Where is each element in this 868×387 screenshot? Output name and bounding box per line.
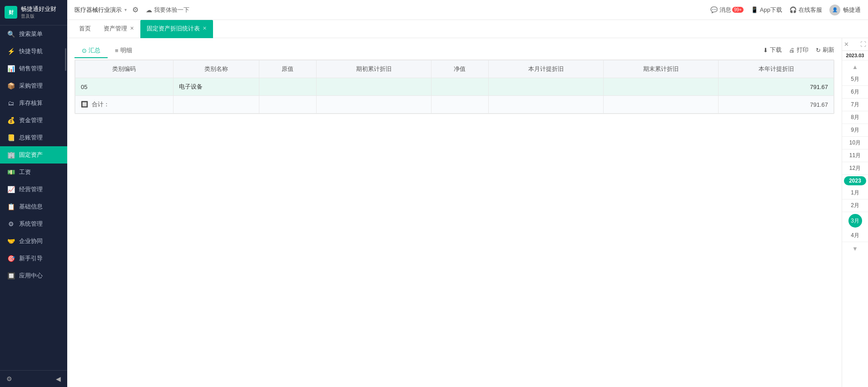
company-chevron-icon[interactable]: ▾ [124,7,127,12]
sidebar-item-label: 系统管理 [19,220,43,228]
col-ending-accum: 期末累计折旧 [604,60,719,78]
date-item-6[interactable]: 6月 [842,86,868,99]
sidebar-item-salary[interactable]: 💵 工资 [0,164,67,181]
system-icon: ⚙ [6,220,15,228]
tab-depreciation-close-icon[interactable]: ✕ [203,25,207,31]
col-initial-accum: 期初累计折旧 [316,60,431,78]
date-scroll-down-icon[interactable]: ▼ [851,244,860,253]
experience-label: 我要体验一下 [154,6,189,14]
app-download-btn[interactable]: 📱 App下载 [751,6,782,14]
message-btn[interactable]: 💬 消息 99+ [710,6,744,14]
tab-asset-label: 资产管理 [104,25,127,33]
sub-tab-summary-label: 汇总 [89,46,100,55]
collab-icon: 🤝 [6,238,15,245]
date-item-8[interactable]: 8月 [842,111,868,124]
sidebar-item-label: 新手引导 [19,254,43,263]
sidebar-item-system[interactable]: ⚙ 系统管理 [0,215,67,233]
date-item-10[interactable]: 10月 [842,137,868,149]
date-item-11[interactable]: 11月 [842,149,868,162]
date-scroll-up-icon[interactable]: ▲ [851,62,860,71]
sidebar-item-label: 采购管理 [19,82,43,90]
total-net [432,96,489,114]
detail-icon: ≡ [115,47,119,54]
refresh-btn[interactable]: ↻ 刷新 [816,46,834,54]
sidebar-item-purchase[interactable]: 📦 采购管理 [0,77,67,94]
online-service-label: 在线客服 [799,6,822,14]
message-badge: 99+ [732,7,744,13]
date-panel-expand-icon[interactable]: ⛶ [860,41,866,48]
sidebar-item-operations[interactable]: 📈 经营管理 [0,181,67,198]
footer-collapse-icon[interactable]: ◀ [56,375,61,382]
tab-home[interactable]: 首页 [73,20,97,38]
date-item-3-current[interactable]: 3月 [848,214,862,228]
sidebar-header: 财 畅捷通好业财 普及版 [0,0,67,25]
tab-depreciation-table[interactable]: 固定资产折旧统计表 ✕ [140,20,213,38]
total-annual: 791.67 [719,96,834,114]
experience-btn[interactable]: ☁ 我要体验一下 [146,6,189,14]
sidebar-item-ledger[interactable]: 📒 总账管理 [0,129,67,146]
tab-asset-close-icon[interactable]: ✕ [130,25,134,31]
row-net [432,78,489,96]
sidebar-item-funds[interactable]: 💰 资金管理 [0,112,67,129]
refresh-icon: ↻ [816,47,821,54]
sidebar-item-label: 总账管理 [19,134,43,142]
sidebar-item-label: 快捷导航 [19,47,43,55]
topbar: 医疗器械行业演示 ▾ ⚙ ☁ 我要体验一下 💬 消息 99+ 📱 App下载 🎧… [67,0,868,20]
quicknav-icon: ⚡ [6,48,15,55]
date-current-month-wrapper: 3月 [842,212,868,229]
sidebar-item-search[interactable]: 🔍 搜索菜单 [0,25,67,43]
row-annual: 791.67 [719,78,834,96]
sidebar-item-label: 库存核算 [19,99,43,107]
print-label: 打印 [797,46,808,54]
year-badge[interactable]: 2023 [844,176,866,185]
total-text: 合计： [92,101,109,108]
main-area: 医疗器械行业演示 ▾ ⚙ ☁ 我要体验一下 💬 消息 99+ 📱 App下载 🎧… [67,0,868,387]
print-icon: 🖨 [789,47,795,54]
total-name [173,96,259,114]
download-btn[interactable]: ⬇ 下载 [763,46,782,54]
settings-gear-icon[interactable]: ⚙ [132,5,139,14]
sub-tab-detail[interactable]: ≡ 明细 [108,44,139,58]
sidebar-item-app-center[interactable]: 🔲 应用中心 [0,267,67,284]
sidebar-item-basic-info[interactable]: 📋 基础信息 [0,198,67,215]
date-item-7[interactable]: 7月 [842,99,868,111]
date-item-9[interactable]: 9月 [842,124,868,137]
col-name: 类别名称 [173,60,259,78]
app-logo: 财 [5,6,17,19]
basic-info-icon: 📋 [6,203,15,210]
sidebar-item-inventory[interactable]: 🗂 库存核算 [0,94,67,112]
date-item-2[interactable]: 2月 [842,199,868,212]
sidebar-item-quicknav[interactable]: ⚡ 快捷导航 [0,43,67,60]
download-toolbar-icon: ⬇ [763,47,768,54]
total-row: 🔲 合计： 791.67 [75,96,834,114]
user-area[interactable]: 👤 畅捷通 [829,5,861,15]
sidebar-item-fixed-assets[interactable]: 🏢 固定资产 [0,146,67,164]
date-item-12[interactable]: 12月 [842,162,868,175]
app-info: 畅捷通好业财 普及版 [21,5,56,20]
footer-settings-icon[interactable]: ⚙ [6,375,12,382]
main-content: ⊙ 汇总 ≡ 明细 ⬇ 下载 🖨 打印 [67,38,842,387]
funds-icon: 💰 [6,117,15,124]
salary-icon: 💵 [6,169,15,176]
sub-tab-summary[interactable]: ⊙ 汇总 [74,44,108,58]
sidebar-item-guide[interactable]: 🎯 新手引导 [0,250,67,267]
sidebar-item-label: 固定资产 [19,151,43,159]
summary-icon: ⊙ [82,47,87,54]
date-item-1[interactable]: 1月 [842,187,868,199]
fixed-assets-icon: 🏢 [6,151,15,159]
topbar-right: 💬 消息 99+ 📱 App下载 🎧 在线客服 👤 畅捷通 [710,5,861,15]
download-label: 下载 [770,46,782,54]
sidebar-item-label: 基础信息 [19,203,43,211]
date-panel-close-icon[interactable]: ✕ [844,41,849,48]
sidebar-item-sales[interactable]: 📊 销售管理 [0,60,67,77]
date-item-5[interactable]: 5月 [842,73,868,86]
date-item-4[interactable]: 4月 [842,229,868,242]
date-scroll[interactable]: 2023.03 ▲ 5月 6月 7月 8月 9月 10月 11月 12月 202… [842,51,868,387]
print-btn[interactable]: 🖨 打印 [789,46,808,54]
experience-cloud-icon: ☁ [146,6,152,14]
online-service-btn[interactable]: 🎧 在线客服 [789,6,822,14]
tab-asset-management[interactable]: 资产管理 ✕ [97,20,140,38]
date-panel-header: ✕ ⛶ [842,38,868,51]
message-icon: 💬 [710,6,718,13]
sidebar-item-collab[interactable]: 🤝 企业协同 [0,233,67,250]
